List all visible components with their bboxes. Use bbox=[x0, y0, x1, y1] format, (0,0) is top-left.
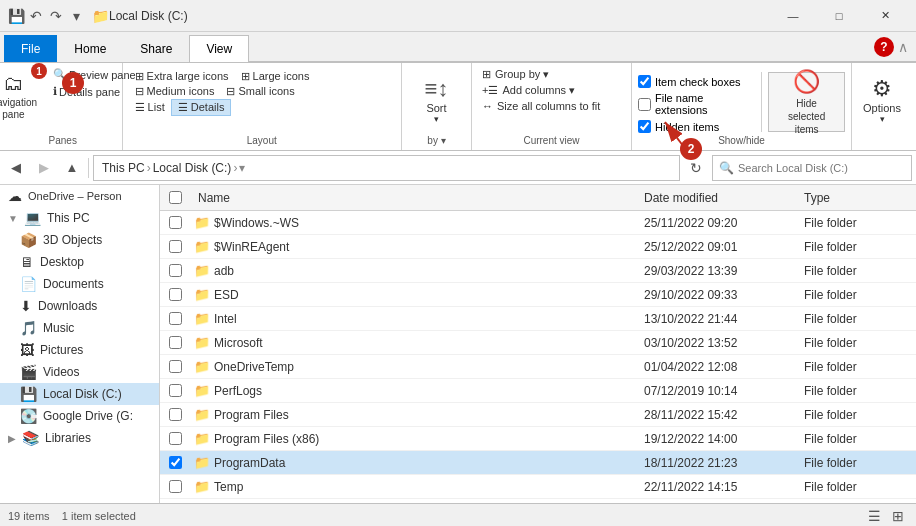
checkboxes-column: Item check boxes File name extensions Hi… bbox=[638, 71, 755, 133]
row-checkbox-3[interactable] bbox=[169, 288, 182, 301]
header-type-col[interactable]: Type bbox=[796, 191, 916, 205]
group-by-button[interactable]: ⊞ Group by ▾ bbox=[478, 67, 553, 82]
sidebar-item-downloads[interactable]: ⬇ Downloads bbox=[0, 295, 159, 317]
maximize-button[interactable]: □ bbox=[816, 0, 862, 32]
select-all-checkbox[interactable] bbox=[169, 191, 182, 204]
table-row[interactable]: 📁 Temp 22/11/2022 14:15 File folder bbox=[160, 475, 916, 499]
quick-save-icon[interactable]: 💾 bbox=[8, 8, 24, 24]
file-list: Name Date modified Type 📁 $Windows.~WS 2… bbox=[160, 185, 916, 503]
documents-icon: 📄 bbox=[20, 276, 37, 292]
table-row[interactable]: 📁 OneDriveTemp 01/04/2022 12:08 File fol… bbox=[160, 355, 916, 379]
sidebar-item-onedrive[interactable]: ☁ OneDrive – Person bbox=[0, 185, 159, 207]
close-button[interactable]: ✕ bbox=[862, 0, 908, 32]
sidebar-item-pictures[interactable]: 🖼 Pictures bbox=[0, 339, 159, 361]
details-button[interactable]: ☰ Details bbox=[171, 99, 232, 116]
row-checkbox-7[interactable] bbox=[169, 384, 182, 397]
sidebar-item-libraries[interactable]: ▶ 📚 Libraries bbox=[0, 427, 159, 449]
table-row[interactable]: 📁 Microsoft 03/10/2022 13:52 File folder bbox=[160, 331, 916, 355]
tab-view[interactable]: View bbox=[189, 35, 249, 62]
file-extensions-input[interactable] bbox=[638, 98, 651, 111]
large-icons-button[interactable]: ⊞ Large icons bbox=[235, 69, 316, 84]
refresh-button[interactable]: ↻ bbox=[684, 156, 708, 180]
row-date: 25/11/2022 09:20 bbox=[636, 216, 796, 230]
tab-file[interactable]: File bbox=[4, 35, 57, 62]
row-checkbox-9[interactable] bbox=[169, 432, 182, 445]
header-date-col[interactable]: Date modified bbox=[636, 191, 796, 205]
ribbon-group-sort: ≡↕ Sort ▾ by ▾ bbox=[402, 63, 472, 150]
table-row[interactable]: 📁 $Windows.~WS 25/11/2022 09:20 File fol… bbox=[160, 211, 916, 235]
add-columns-button[interactable]: +☰ Add columns ▾ bbox=[478, 83, 579, 98]
sidebar-item-thispc[interactable]: ▼ 💻 This PC bbox=[0, 207, 159, 229]
navigation-pane-button[interactable]: 🗂 1 Navigation pane bbox=[0, 67, 43, 123]
sidebar-item-desktop[interactable]: 🖥 Desktop bbox=[0, 251, 159, 273]
extra-large-icons-button[interactable]: ⊞ Extra large icons bbox=[129, 69, 235, 84]
table-row[interactable]: 📁 adb 29/03/2022 13:39 File folder bbox=[160, 259, 916, 283]
row-check-col bbox=[160, 288, 190, 301]
item-checkboxes-input[interactable] bbox=[638, 75, 651, 88]
table-row[interactable]: 📁 ESD 29/10/2022 09:33 File folder bbox=[160, 283, 916, 307]
sidebar-item-3dobjects[interactable]: 📦 3D Objects bbox=[0, 229, 159, 251]
back-button[interactable]: ◀ bbox=[4, 156, 28, 180]
pictures-icon: 🖼 bbox=[20, 342, 34, 358]
row-checkbox-11[interactable] bbox=[169, 480, 182, 493]
row-name: adb bbox=[214, 264, 234, 278]
dropdown-arrow-icon[interactable]: ▾ bbox=[68, 8, 84, 24]
row-checkbox-4[interactable] bbox=[169, 312, 182, 325]
folder-icon: 📁 bbox=[194, 455, 210, 470]
sidebar-item-videos[interactable]: 🎬 Videos bbox=[0, 361, 159, 383]
row-checkbox-6[interactable] bbox=[169, 360, 182, 373]
row-date: 29/10/2022 09:33 bbox=[636, 288, 796, 302]
quick-redo-icon[interactable]: ↷ bbox=[48, 8, 64, 24]
table-row[interactable]: 📁 Intel 13/10/2022 21:44 File folder bbox=[160, 307, 916, 331]
row-checkbox-8[interactable] bbox=[169, 408, 182, 421]
table-row[interactable]: 📁 Users 21/12/2022 22:29 File folder bbox=[160, 499, 916, 503]
hidden-items-input[interactable] bbox=[638, 120, 651, 133]
row-check-col bbox=[160, 216, 190, 229]
folder-icon: 📁 bbox=[194, 311, 210, 326]
table-row[interactable]: 📁 Program Files (x86) 19/12/2022 14:00 F… bbox=[160, 427, 916, 451]
forward-button[interactable]: ▶ bbox=[32, 156, 56, 180]
row-checkbox-5[interactable] bbox=[169, 336, 182, 349]
item-checkboxes-toggle[interactable]: Item check boxes bbox=[638, 75, 755, 88]
help-icon[interactable]: ? bbox=[874, 37, 894, 57]
table-row[interactable]: 📁 $WinREAgent 25/12/2022 09:01 File fold… bbox=[160, 235, 916, 259]
layout-group-label: Layout bbox=[247, 133, 277, 146]
sidebar-item-documents[interactable]: 📄 Documents bbox=[0, 273, 159, 295]
quick-undo-icon[interactable]: ↶ bbox=[28, 8, 44, 24]
hidden-items-toggle[interactable]: Hidden items bbox=[638, 120, 755, 133]
up-button[interactable]: ▲ bbox=[60, 156, 84, 180]
search-box[interactable]: 🔍 bbox=[712, 155, 912, 181]
sidebar-item-music[interactable]: 🎵 Music bbox=[0, 317, 159, 339]
address-path[interactable]: This PC › Local Disk (C:) › ▾ bbox=[93, 155, 680, 181]
table-row[interactable]: 📁 ProgramData 18/11/2022 21:23 File fold… bbox=[160, 451, 916, 475]
ribbon-collapse-icon[interactable]: ∧ bbox=[898, 39, 908, 55]
details-view-toggle[interactable]: ☰ bbox=[864, 506, 884, 526]
row-checkbox-1[interactable] bbox=[169, 240, 182, 253]
options-button[interactable]: ⚙ Options ▾ bbox=[855, 74, 909, 126]
sort-content: ≡↕ Sort ▾ bbox=[417, 67, 457, 133]
list-button[interactable]: ☰ List bbox=[129, 99, 171, 116]
tab-home[interactable]: Home bbox=[57, 35, 123, 62]
row-name: Temp bbox=[214, 480, 243, 494]
layout-row-1: ⊞ Extra large icons ⊞ Large icons bbox=[129, 69, 395, 84]
tab-share[interactable]: Share bbox=[123, 35, 189, 62]
row-checkbox-0[interactable] bbox=[169, 216, 182, 229]
search-input[interactable] bbox=[738, 162, 905, 174]
sort-button[interactable]: ≡↕ Sort ▾ bbox=[417, 74, 457, 126]
sidebar-item-localdisk[interactable]: 💾 Local Disk (C:) bbox=[0, 383, 159, 405]
file-extensions-toggle[interactable]: File name extensions bbox=[638, 92, 755, 116]
row-checkbox-2[interactable] bbox=[169, 264, 182, 277]
medium-icons-button[interactable]: ⊟ Medium icons bbox=[129, 84, 221, 99]
large-icons-toggle[interactable]: ⊞ bbox=[888, 506, 908, 526]
small-icons-button[interactable]: ⊟ Small icons bbox=[220, 84, 300, 99]
address-divider bbox=[88, 158, 89, 178]
header-name-col[interactable]: Name bbox=[190, 191, 636, 205]
hide-selected-button[interactable]: 🚫 Hide selecteditems bbox=[768, 72, 845, 132]
sidebar-item-googledrive[interactable]: 💽 Google Drive (G: bbox=[0, 405, 159, 427]
table-row[interactable]: 📁 PerfLogs 07/12/2019 10:14 File folder bbox=[160, 379, 916, 403]
table-row[interactable]: 📁 Program Files 28/11/2022 15:42 File fo… bbox=[160, 403, 916, 427]
row-checkbox-10[interactable] bbox=[169, 456, 182, 469]
path-dropdown-icon[interactable]: ▾ bbox=[239, 161, 671, 175]
size-columns-button[interactable]: ↔ Size all columns to fit bbox=[478, 99, 604, 113]
minimize-button[interactable]: — bbox=[770, 0, 816, 32]
